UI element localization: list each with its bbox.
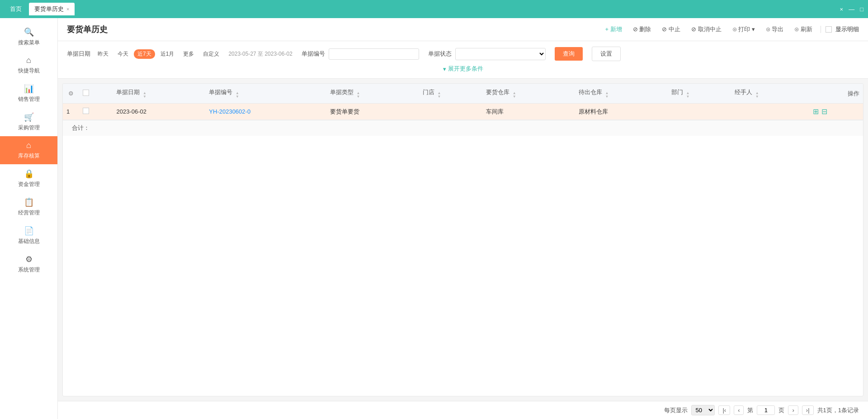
system-icon: ⚙ (25, 254, 33, 264)
sidebar-item-label: 库存核算 (18, 152, 40, 160)
row-store (419, 104, 482, 120)
doc-no-input[interactable] (329, 48, 419, 60)
col-checkbox-all[interactable] (79, 84, 113, 104)
divider (821, 26, 821, 33)
sidebar-item-sales[interactable]: 📊 销售管理 (0, 79, 57, 108)
sidebar-item-label: 资金管理 (18, 181, 40, 188)
sidebar-item-finance[interactable]: 🔒 资金管理 (0, 164, 57, 193)
filter-bar: 单据日期 昨天 今天 近7天 近1月 更多 自定义 2023-05-27 至 2… (58, 41, 868, 79)
sidebar-item-label: 经营管理 (18, 209, 40, 217)
expand-label: 展开更多条件 (448, 65, 483, 73)
sidebar-item-system[interactable]: ⚙ 系统管理 (0, 250, 57, 278)
last-page-btn[interactable]: ›| (802, 405, 814, 415)
sidebar-item-inventory[interactable]: ⌂ 库存核算 (0, 136, 57, 164)
date-pill-7days[interactable]: 近7天 (134, 49, 155, 59)
prev-page-btn[interactable]: ‹ (734, 405, 744, 415)
refresh-button[interactable]: ⊙ 刷新 (791, 24, 816, 35)
col-settings[interactable]: ⚙ (63, 84, 79, 104)
add-button[interactable]: + 新增 (601, 24, 625, 35)
home-tab[interactable]: 首页 (5, 3, 27, 15)
view-icon[interactable]: ⊞ (813, 107, 819, 116)
per-page-label: 每页显示 (664, 406, 688, 414)
main-layout: 🔍 搜索菜单 ⌂ 快捷导航 📊 销售管理 🛒 采购管理 ⌂ 库存核算 🔒 资金管… (0, 18, 868, 419)
first-page-btn[interactable]: |‹ (718, 405, 730, 415)
status-select[interactable] (455, 48, 546, 60)
stop-button[interactable]: ⊘ 中止 (658, 24, 684, 35)
row-date: 2023-06-02 (113, 104, 205, 120)
window-controls: × — □ (840, 6, 863, 13)
sidebar-item-basic-info[interactable]: 📄 基础信息 (0, 221, 57, 250)
data-table: ⚙ 单据日期 ▲▼ 单据编号 ▲▼ 单据类型 ▲▼ (63, 84, 863, 120)
filter-row: 单据日期 昨天 今天 近7天 近1月 更多 自定义 2023-05-27 至 2… (67, 47, 859, 61)
col-doc-type: 单据类型 ▲▼ (326, 84, 419, 104)
col-handler: 经手人 ▲▼ (731, 84, 809, 104)
next-page-btn[interactable]: › (788, 405, 798, 415)
doc-no-filter: 单据编号 (302, 48, 419, 60)
query-button[interactable]: 查询 (555, 47, 583, 61)
sidebar-item-label: 销售管理 (18, 95, 40, 103)
sidebar-item-quick-nav[interactable]: ⌂ 快捷导航 (0, 51, 57, 79)
col-req-warehouse: 要货仓库 ▲▼ (482, 84, 575, 104)
col-date: 单据日期 ▲▼ (113, 84, 205, 104)
date-pill-today[interactable]: 今天 (114, 49, 132, 59)
sidebar-item-label: 快捷导航 (18, 67, 40, 75)
more-icon[interactable]: ⊟ (821, 107, 827, 116)
sidebar-item-purchase[interactable]: 🛒 采购管理 (0, 108, 57, 136)
sidebar-item-label: 系统管理 (18, 266, 40, 274)
sidebar-item-label: 搜索菜单 (18, 39, 40, 47)
print-button[interactable]: ⊙ 打印 ▾ (729, 24, 759, 35)
date-pill-1month[interactable]: 近1月 (157, 49, 178, 59)
show-detail-label: 显示明细 (835, 25, 859, 33)
show-detail-checkbox[interactable] (826, 26, 832, 33)
table-container: ⚙ 单据日期 ▲▼ 单据编号 ▲▼ 单据类型 ▲▼ (62, 83, 863, 396)
col-dept: 部门 ▲▼ (668, 84, 731, 104)
close-tab-icon[interactable]: × (66, 6, 69, 12)
inventory-icon: ⌂ (26, 141, 31, 150)
date-range-display: 2023-05-27 至 2023-06-02 (228, 50, 292, 58)
pagination-bar: 每页显示 10 20 50 100 |‹ ‹ 第 页 › ›| 共1页，1条记录 (58, 401, 868, 419)
setting-button[interactable]: 设置 (592, 47, 621, 61)
col-store: 门店 ▲▼ (419, 84, 482, 104)
basic-info-icon: 📄 (24, 226, 34, 236)
sidebar-item-label: 采购管理 (18, 124, 40, 132)
delete-button[interactable]: ⊘ 删除 (629, 24, 655, 35)
status-label: 单据状态 (428, 50, 452, 58)
sidebar: 🔍 搜索菜单 ⌂ 快捷导航 📊 销售管理 🛒 采购管理 ⌂ 库存核算 🔒 资金管… (0, 18, 58, 419)
quick-nav-icon: ⌂ (26, 56, 31, 65)
active-tab[interactable]: 要货单历史 × (29, 3, 75, 15)
cancel-stop-button[interactable]: ⊘ 取消中止 (688, 24, 725, 35)
date-pill-yesterday[interactable]: 昨天 (94, 49, 112, 59)
sidebar-item-search-menu[interactable]: 🔍 搜索菜单 (0, 23, 57, 51)
purchase-icon: 🛒 (24, 112, 34, 122)
export-button[interactable]: ⊙ 导出 (762, 24, 788, 35)
page-input[interactable] (757, 405, 775, 415)
top-bar: 首页 要货单历史 × × — □ (0, 0, 868, 18)
col-pending-warehouse: 待出仓库 ▲▼ (575, 84, 668, 104)
window-close[interactable]: × (840, 6, 844, 13)
row-checkbox[interactable] (79, 104, 113, 120)
date-pill-more[interactable]: 更多 (179, 49, 198, 59)
row-no: 1 (63, 104, 79, 120)
row-dept (668, 104, 731, 120)
col-doc-no: 单据编号 ▲▼ (205, 84, 326, 104)
per-page-select[interactable]: 10 20 50 100 (691, 405, 715, 415)
row-doc-no: YH-20230602-0 (205, 104, 326, 120)
date-pill-custom[interactable]: 自定义 (199, 49, 223, 59)
row-actions: ⊞ ⊟ (809, 104, 863, 120)
sidebar-item-label: 基础信息 (18, 238, 40, 245)
row-req-warehouse: 车间库 (482, 104, 575, 120)
window-minimize[interactable]: — (849, 6, 854, 13)
finance-icon: 🔒 (24, 169, 34, 179)
header-actions: + 新增 ⊘ 删除 ⊘ 中止 ⊘ 取消中止 ⊙ 打印 ▾ ⊙ 导出 ⊙ 刷新 显… (601, 24, 859, 35)
sidebar-item-operations[interactable]: 📋 经营管理 (0, 193, 57, 221)
window-maximize[interactable]: □ (860, 6, 863, 13)
doc-no-link[interactable]: YH-20230602-0 (209, 108, 250, 115)
date-filter: 单据日期 昨天 今天 近7天 近1月 更多 自定义 2023-05-27 至 2… (67, 49, 292, 59)
table-row: 1 2023-06-02 YH-20230602-0 要货单要货 车间库 原材料… (63, 104, 863, 120)
row-pending-warehouse: 原材料仓库 (575, 104, 668, 120)
expand-more[interactable]: ▾ 展开更多条件 (67, 65, 859, 73)
chevron-down-icon: ▾ (443, 66, 446, 72)
date-filter-label: 单据日期 (67, 50, 90, 58)
page-label-pre: 第 (747, 406, 753, 414)
doc-no-label: 单据编号 (302, 50, 325, 58)
